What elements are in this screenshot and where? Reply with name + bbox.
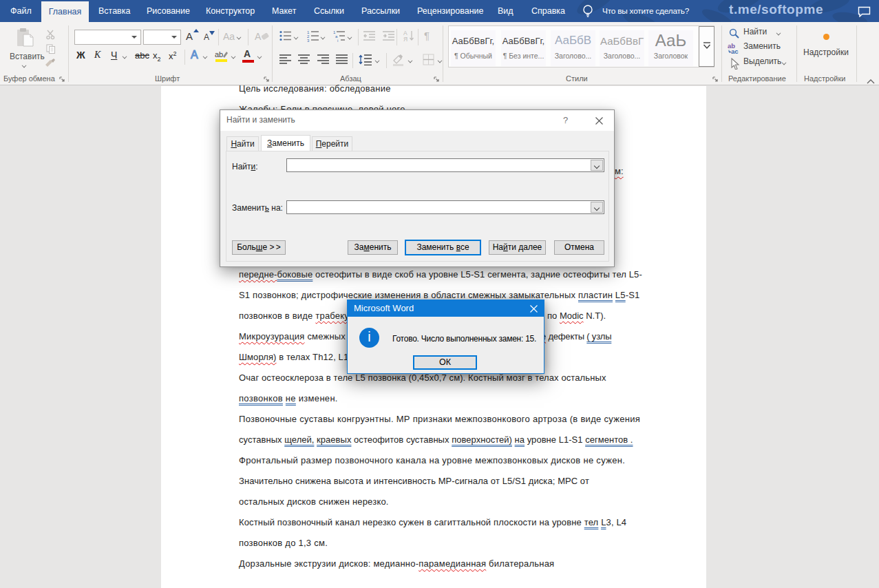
svg-text:Я: Я [403, 36, 407, 42]
svg-text:ac: ac [731, 48, 739, 54]
svg-text:ab: ab [215, 50, 223, 59]
svg-text:i: i [337, 39, 338, 43]
svg-text:3: 3 [307, 39, 310, 43]
